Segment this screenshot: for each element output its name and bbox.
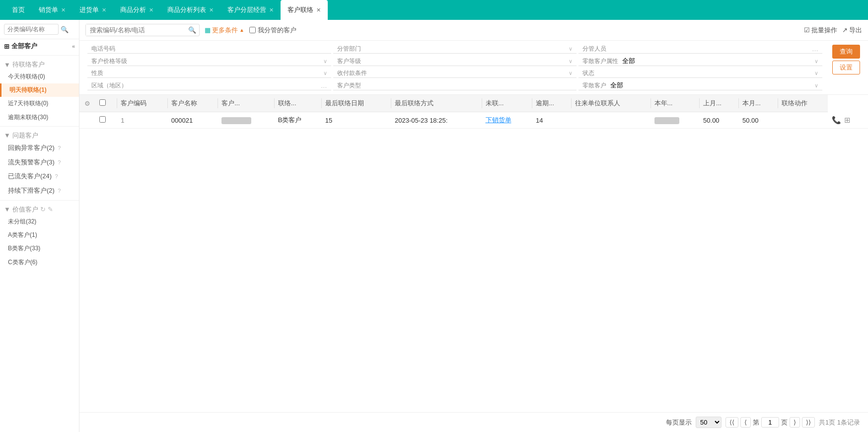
page-input[interactable] <box>761 417 779 428</box>
export-icon: ↗ <box>842 26 848 34</box>
filter-scattered-attr-value: 全部 <box>622 57 814 66</box>
filter-nature-icon[interactable]: ∨ <box>323 70 327 76</box>
per-page-select[interactable]: 10 20 50 100 <box>696 417 722 428</box>
filter-phone-input[interactable] <box>119 45 327 53</box>
nav-customer-tier[interactable]: 客户分层经营 ✕ <box>220 0 281 20</box>
filter-row-2: 客户价格等级 ∨ 客户等级 ∨ 零散客户属性 全部 ∨ <box>87 57 824 66</box>
sidebar-item-tomorrow[interactable]: 明天待联络(1) <box>0 83 79 97</box>
nav-close-product-analysis[interactable]: ✕ <box>149 7 153 13</box>
sidebar-item-7days[interactable]: 近7天待联络(0) <box>0 97 79 110</box>
more-filter-btn[interactable]: ▦ 更多条件 ▲ <box>205 26 244 35</box>
sidebar-item-class-a[interactable]: A类客户(1) <box>0 228 79 242</box>
nav-close-customer-tier[interactable]: ✕ <box>269 7 274 13</box>
page-suffix: 页 <box>781 418 788 427</box>
sidebar-collapse-icon[interactable]: « <box>72 43 75 49</box>
sidebar-search-input[interactable] <box>4 24 59 35</box>
page-last-btn[interactable]: ⟩⟩ <box>802 417 815 428</box>
page-prev-btn[interactable]: ⟨ <box>740 417 751 428</box>
sidebar-group-pending-arrow[interactable]: ▼ <box>4 61 10 69</box>
my-customers-checkbox-wrap: 我分管的客户 <box>249 26 296 35</box>
col-checkbox <box>95 95 117 112</box>
filter-arrow-icon: ▲ <box>239 27 244 33</box>
nav-sales-order[interactable]: 销货单 ✕ <box>32 0 72 20</box>
sidebar-search-wrap: 🔍 <box>0 20 79 39</box>
filter-region-dots[interactable]: … <box>321 82 327 89</box>
col-overdue: 逾期... <box>532 95 571 112</box>
filter-scattered-icon[interactable]: ∨ <box>814 82 818 89</box>
nav-close-product-analysis-list[interactable]: ✕ <box>209 7 214 13</box>
row-contact-person-cell <box>651 112 700 129</box>
col-action: 联络动作 <box>778 95 828 112</box>
sidebar-group-value-refresh[interactable]: ↻ <box>40 206 46 213</box>
my-customers-checkbox[interactable] <box>249 27 256 33</box>
sidebar: 🔍 ⊞ 全部客户 « ▼ 待联络客户 今天待联络(0) 明天待联络(1) 近7天… <box>0 20 79 432</box>
page-next-btn[interactable]: ⟩ <box>790 417 800 428</box>
row-code-cell: 000021 <box>167 112 217 129</box>
col-contact-count: 联络... <box>274 95 321 112</box>
filter-status-icon[interactable]: ∨ <box>814 70 818 76</box>
sidebar-group-value-arrow[interactable]: ▼ <box>4 206 10 213</box>
filter-price-grade-icon[interactable]: ∨ <box>323 58 327 65</box>
col-this-year: 本年... <box>651 95 700 112</box>
col-last-month: 上月... <box>699 95 738 112</box>
sidebar-item-abnormal[interactable]: 回购异常客户(2) ? <box>0 141 79 155</box>
col-type: 客户... <box>217 95 274 112</box>
page-label: 第 <box>753 418 759 427</box>
nav-product-analysis[interactable]: 商品分析 ✕ <box>113 0 160 20</box>
query-btn[interactable]: 查询 <box>832 45 860 59</box>
filter-status: 状态 ∨ <box>579 69 822 78</box>
nav-close-customer-contact[interactable]: ✕ <box>316 7 321 13</box>
filter-payment-icon[interactable]: ∨ <box>569 70 573 76</box>
sidebar-item-declining[interactable]: 持续下滑客户(2) ? <box>0 184 79 198</box>
sidebar-item-lost-warning[interactable]: 流失预警客户(3) ? <box>0 155 79 170</box>
nav-customer-contact[interactable]: 客户联络 ✕ <box>281 0 328 20</box>
sidebar-item-today[interactable]: 今天待联络(0) <box>0 70 79 83</box>
row-checkbox[interactable] <box>99 116 106 123</box>
filter-dept-dropdown-icon[interactable]: ∨ <box>569 46 573 52</box>
filter-actions: 查询 设置 <box>832 45 860 74</box>
filter-manager-dots[interactable]: … <box>812 45 818 53</box>
sidebar-divider-1 <box>0 55 79 56</box>
filter-payment-label: 收付款条件 <box>337 69 367 77</box>
settings-btn[interactable]: 设置 <box>832 61 860 74</box>
row-contact-person-blurred <box>654 117 679 124</box>
col-name: 客户名称 <box>167 95 217 112</box>
sidebar-item-ungrouped[interactable]: 未分组(32) <box>0 215 79 228</box>
action-grid-icon[interactable]: ⊞ <box>844 116 851 125</box>
batch-btn[interactable]: ☑ 批量操作 <box>804 26 837 35</box>
row-last-month-cell: 50.00 <box>738 112 778 129</box>
page-first-btn[interactable]: ⟨⟨ <box>725 417 738 428</box>
sidebar-search-icon[interactable]: 🔍 <box>61 26 69 33</box>
action-icons: 📞 ⊞ <box>832 116 864 125</box>
sidebar-item-lost[interactable]: 已流失客户(24) ? <box>0 169 79 184</box>
nav-close-sales-order[interactable]: ✕ <box>61 7 66 13</box>
filter-scattered-label: 零散客户 <box>582 81 606 90</box>
search-input[interactable] <box>86 24 185 36</box>
col-gear: ⚙ <box>79 95 95 112</box>
row-last-method-link[interactable]: 下销货单 <box>486 116 511 124</box>
search-bar: 🔍 ▦ 更多条件 ▲ 我分管的客户 ☑ 批量操作 ↗ 导出 <box>79 20 868 41</box>
nav-close-purchase-order[interactable]: ✕ <box>102 7 106 13</box>
row-this-month-cell <box>778 112 828 129</box>
filter-row-3: 性质 ∨ 收付款条件 ∨ 状态 ∨ <box>87 69 824 78</box>
sidebar-item-overdue[interactable]: 逾期未联络(30) <box>0 111 79 124</box>
filter-scattered-attr-icon[interactable]: ∨ <box>814 58 818 65</box>
sidebar-item-class-b[interactable]: B类客户(33) <box>0 242 79 255</box>
filter-department: 分管部门 ∨ <box>333 45 577 54</box>
row-uncontacted-cell: 14 <box>532 112 571 129</box>
settings-gear-icon[interactable]: ⚙ <box>84 100 90 107</box>
search-submit-icon[interactable]: 🔍 <box>185 24 199 36</box>
sidebar-group-value-edit[interactable]: ✎ <box>48 206 53 213</box>
sidebar-group-problem-arrow[interactable]: ▼ <box>4 132 10 139</box>
sidebar-item-class-c[interactable]: C类客户(6) <box>0 256 79 269</box>
action-phone-icon[interactable]: 📞 <box>832 116 841 125</box>
search-input-wrap: 🔍 <box>85 24 200 36</box>
filter-customer-grade-icon[interactable]: ∨ <box>569 58 573 65</box>
row-this-year-cell: 50.00 <box>699 112 738 129</box>
select-all-checkbox[interactable] <box>99 99 106 106</box>
export-btn[interactable]: ↗ 导出 <box>842 26 862 35</box>
nav-home[interactable]: 首页 <box>5 0 32 20</box>
sidebar-all-customers[interactable]: ⊞ 全部客户 « <box>0 39 79 53</box>
nav-product-analysis-list[interactable]: 商品分析列表 ✕ <box>160 0 220 20</box>
nav-purchase-order[interactable]: 进货单 ✕ <box>72 0 113 20</box>
